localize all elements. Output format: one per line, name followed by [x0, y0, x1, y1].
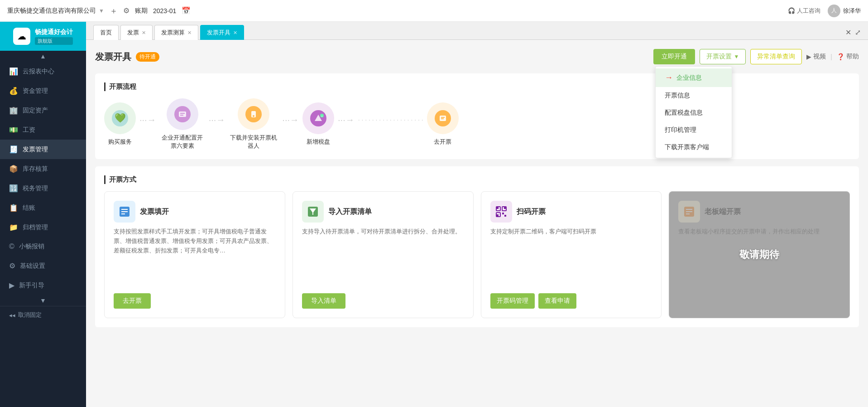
kucun-icon: 📦	[9, 165, 18, 173]
invoice-settings-button[interactable]: 开票设置 ▼	[700, 49, 746, 64]
method-import-icon	[302, 201, 324, 223]
dropdown-item-label: 下载开票客户端	[665, 143, 709, 150]
sidebar-scroll-down[interactable]: ▼	[0, 295, 86, 306]
method-import-title: 导入开票清单	[328, 207, 372, 217]
sidebar: ☁ 畅捷通好会计 旗舰版 ▲ 📊 云报表中心 💰 资金管理 🏢 固定资产 💵 工…	[0, 22, 86, 407]
page-content: 发票开具 待开通 立即开通 开票设置 ▼ 异常清单查询 ▶ 视频 |	[86, 40, 868, 407]
maximize-icon[interactable]: ⤢	[855, 28, 861, 37]
svg-rect-30	[502, 213, 504, 214]
method-fill-button[interactable]: 去开票	[114, 293, 151, 309]
tab-close-icon[interactable]: ✕	[142, 30, 146, 36]
sidebar-item-label: 小畅报销	[19, 242, 44, 251]
invoice-settings-label: 开票设置	[706, 53, 732, 61]
immediate-open-button[interactable]: 立即开通	[653, 49, 695, 64]
logo-sub: 旗舰版	[35, 37, 73, 45]
svg-text:💚: 💚	[115, 112, 126, 123]
method-scan-apply-button[interactable]: 查看申请	[538, 293, 576, 309]
dropdown-item-company-info[interactable]: → 企业信息	[656, 68, 732, 87]
step1-icon-bg: 💚	[104, 102, 136, 134]
close-window-icon[interactable]: ✕	[845, 28, 851, 37]
step5-icon-bg	[427, 102, 459, 134]
page-header: 发票开具 待开通 立即开通 开票设置 ▼ 异常清单查询 ▶ 视频 |	[95, 49, 859, 64]
sidebar-item-label: 固定资产	[23, 107, 48, 115]
svg-point-8	[253, 115, 254, 117]
flow-arrow-4: ···→	[338, 115, 355, 125]
sidebar-item-gongzi[interactable]: 💵 工资	[0, 120, 86, 140]
step3-icon-bg	[238, 98, 269, 130]
sidebar-item-jiezhang[interactable]: 📋 结账	[0, 198, 86, 218]
xiaochang-icon: ©	[9, 242, 14, 251]
dropdown-item-tax-disk[interactable]: 配置税盘信息	[656, 104, 732, 121]
tab-fapiaocesuan[interactable]: 发票测算 ✕	[154, 25, 198, 40]
sidebar-cancel-fixed[interactable]: ◂◂ 取消固定	[0, 306, 86, 324]
step2-icon-bg	[167, 98, 198, 130]
sidebar-item-label: 结账	[23, 204, 35, 212]
tab-fapiaokaitou[interactable]: 发票开具 ✕	[200, 25, 244, 40]
flow-step-1: 💚 购买服务	[104, 102, 136, 146]
page-title: 发票开具	[95, 51, 131, 63]
step3-label: 下载并安装开票机器人	[229, 134, 278, 150]
dropdown-item-printer[interactable]: 打印机管理	[656, 121, 732, 139]
user-info[interactable]: 人 徐泽华	[828, 5, 861, 17]
video-label: 视频	[813, 53, 826, 61]
tab-home-label: 首页	[100, 29, 112, 37]
sidebar-item-gudingzichan[interactable]: 🏢 固定资产	[0, 101, 86, 120]
sidebar-item-label: 归档管理	[23, 223, 48, 232]
abnormal-query-button[interactable]: 异常清单查询	[750, 49, 802, 64]
sidebar-item-guidang[interactable]: 📁 归档管理	[0, 218, 86, 237]
company-name: 重庆畅捷交通信息咨询有限公司	[7, 7, 96, 15]
tab-actions: ✕ ⤢	[845, 28, 861, 39]
help-button[interactable]: ❓ 帮助	[837, 53, 859, 61]
period-value: 2023-01	[153, 7, 176, 15]
methods-grid: 发票填开 支持按照发票样式手工填开发票；可开具增值税电子普通发票、增值税普通发票…	[104, 191, 850, 318]
red-arrow-icon: →	[665, 73, 673, 82]
method-import-button[interactable]: 导入清单	[302, 293, 345, 309]
flow-step-3: 下载并安装开票机器人	[229, 98, 278, 150]
method-header: 发票填开	[114, 201, 276, 223]
jichushezhi-icon: ⚙	[9, 262, 15, 270]
methods-section: 开票方式 发票填开 支持按照发票样式手工填开发票；可开具增值税电子普通发票、增值…	[95, 166, 859, 327]
method-scan-qr-button[interactable]: 开票码管理	[490, 293, 535, 309]
tab-fapiao-label: 发票	[127, 29, 139, 37]
svg-rect-27	[504, 207, 506, 209]
method-scan-buttons: 开票码管理 查看申请	[490, 293, 652, 309]
flow-arrow-1: ···→	[139, 115, 156, 125]
tab-home[interactable]: 首页	[93, 25, 119, 40]
gear-icon[interactable]: ⚙	[123, 6, 129, 15]
sidebar-item-yunbao[interactable]: 📊 云报表中心	[0, 62, 86, 81]
guidang-icon: 📁	[9, 223, 18, 232]
sidebar-item-xiaochang[interactable]: © 小畅报销	[0, 237, 86, 256]
jiezhang-icon: 📋	[9, 204, 18, 212]
tab-close-icon[interactable]: ✕	[187, 30, 192, 36]
company-selector[interactable]: 重庆畅捷交通信息咨询有限公司 ▼	[7, 7, 104, 15]
dropdown-item-label: 开票信息	[665, 92, 690, 99]
sidebar-item-shuiwu[interactable]: 🔢 税务管理	[0, 179, 86, 198]
logo-icon: ☁	[13, 28, 30, 45]
sidebar-scroll-up[interactable]: ▲	[0, 51, 86, 62]
tab-fapiao[interactable]: 发票 ✕	[120, 25, 153, 40]
top-bar-right: 🎧 人工咨询 人 徐泽华	[788, 5, 861, 17]
calendar-icon[interactable]: 📅	[182, 6, 191, 15]
dropdown-item-download-client[interactable]: 下载开票客户端	[656, 139, 732, 156]
logo-texts: 畅捷通好会计 旗舰版	[35, 28, 73, 45]
top-bar-actions: ＋ ⚙ 账期 2023-01 📅	[110, 5, 191, 16]
flow-section-title: 开票流程	[104, 82, 850, 91]
sidebar-item-kucun[interactable]: 📦 库存核算	[0, 159, 86, 179]
sidebar-item-fapiao[interactable]: 🧾 发票管理	[0, 140, 86, 159]
add-icon[interactable]: ＋	[110, 5, 118, 16]
sidebar-item-label: 工资	[23, 126, 35, 134]
tab-close-icon[interactable]: ✕	[233, 30, 237, 36]
sidebar-item-xinshou[interactable]: ▶ 新手引导	[0, 276, 86, 295]
sidebar-item-jichushezhi[interactable]: ⚙ 基础设置	[0, 256, 86, 276]
flow-step-5-dots: · · · · · · · · · · · · · · · · · · ·	[358, 116, 423, 123]
dropdown-item-invoice-info[interactable]: 开票信息	[656, 87, 732, 104]
user-name: 徐泽华	[843, 7, 861, 15]
method-fill-title: 发票填开	[140, 207, 169, 217]
method-fill-icon	[114, 201, 135, 223]
method-card-boss-wrapper: 老板端开票 查看老板端小程序提交的开票申请，并作出相应的处理 敬请期待	[669, 191, 850, 318]
sidebar-item-zijin[interactable]: 💰 资金管理	[0, 81, 86, 101]
video-button[interactable]: ▶ 视频	[806, 53, 826, 61]
flow-arrow-2: ···→	[209, 115, 225, 125]
sidebar-item-label: 库存核算	[23, 165, 48, 173]
consult-button[interactable]: 🎧 人工咨询	[788, 7, 820, 15]
